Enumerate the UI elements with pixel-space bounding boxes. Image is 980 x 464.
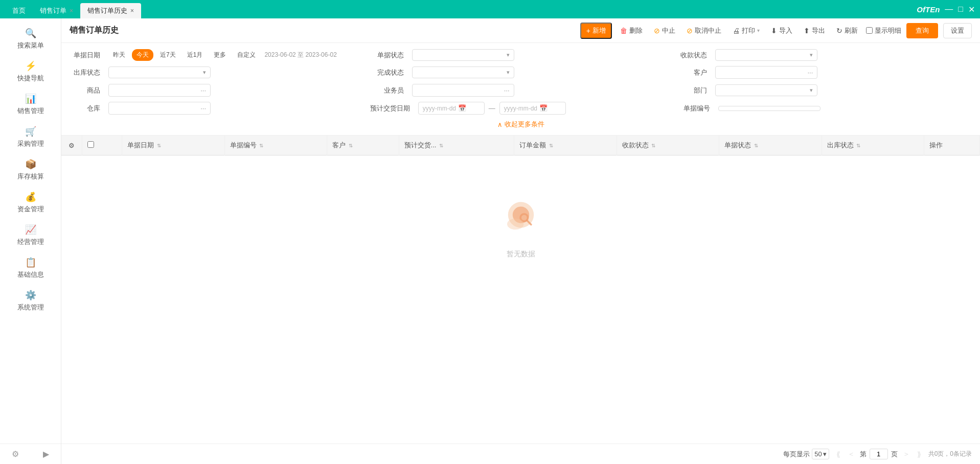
sidebar-item-search-menu[interactable]: 🔍 搜索菜单	[0, 23, 61, 55]
empty-icon	[498, 196, 544, 242]
sidebar-settings-icon[interactable]: ⚙	[12, 449, 19, 459]
date-label: 单据日期	[70, 51, 100, 60]
show-detail-label: 显示明细	[875, 26, 901, 35]
payment-status-select[interactable]: ▾	[715, 49, 817, 61]
table-footer: 每页显示 50 ▾ ⟪ ＜ 第 页 ＞ ⟫ 共0页，0条记录	[61, 444, 980, 464]
empty-text: 暂无数据	[507, 250, 535, 259]
sidebar-item-sales-mgmt[interactable]: 📊 销售管理	[0, 88, 61, 121]
delete-button[interactable]: 🗑 删除	[617, 24, 646, 37]
print-label: 打印	[742, 26, 755, 35]
date-btn-custom[interactable]: 自定义	[233, 49, 260, 61]
th-expected-date[interactable]: 预计交货... ⇅	[399, 136, 514, 156]
th-bill-no[interactable]: 单据编号 ⇅	[224, 136, 327, 156]
out-status-select[interactable]: ▾	[108, 67, 211, 78]
chevron-up-icon: ∧	[497, 121, 503, 128]
sort-payment-status-icon: ⇅	[651, 143, 655, 148]
salesperson-input[interactable]: ···	[412, 84, 514, 97]
set-button[interactable]: 设置	[943, 23, 972, 38]
dept-select[interactable]: ▾	[715, 84, 817, 96]
stop-icon: ⊘	[654, 27, 660, 35]
sidebar-item-label: 基础信息	[17, 270, 44, 279]
last-page-btn[interactable]: ⟫	[915, 449, 923, 459]
bill-no-input[interactable]	[718, 106, 821, 111]
pagination: ⟪ ＜ 第 页 ＞ ⟫	[834, 449, 923, 460]
cancel-stop-button[interactable]: ⊘ 取消中止	[683, 24, 724, 37]
tab-sales-order-close[interactable]: ×	[70, 8, 73, 14]
date-btn-last1m[interactable]: 近1月	[183, 49, 208, 61]
collapse-label: 收起更多条件	[505, 120, 544, 129]
first-page-btn[interactable]: ⟪	[834, 449, 842, 459]
th-customer[interactable]: 客户 ⇅	[327, 136, 399, 156]
sidebar-item-label: 经营管理	[17, 237, 44, 247]
sidebar-item-finance[interactable]: 💰 资金管理	[0, 186, 61, 219]
th-checkbox[interactable]	[82, 136, 122, 156]
tab-sales-order-history-close[interactable]: ×	[130, 8, 134, 14]
query-button[interactable]: 查询	[906, 23, 938, 38]
page-input[interactable]	[870, 449, 888, 459]
new-label: 新增	[592, 26, 606, 35]
complete-status-select[interactable]: ▾	[412, 67, 514, 78]
th-out-status[interactable]: 出库状态 ⇅	[822, 136, 924, 156]
date-control: 昨天 今天 近7天 近1月 更多 自定义 2023-06-02 至 2023-0…	[108, 49, 365, 61]
next-page-btn[interactable]: ＞	[901, 449, 912, 460]
sidebar-item-purchase-mgmt[interactable]: 🛒 采购管理	[0, 121, 61, 153]
prev-page-btn[interactable]: ＜	[846, 449, 857, 460]
th-gear[interactable]: ⚙	[61, 136, 82, 156]
show-detail-checkbox-label[interactable]: 显示明细	[866, 26, 901, 35]
warehouse-input[interactable]: ···	[108, 102, 211, 115]
date-btn-yesterday[interactable]: 昨天	[108, 49, 130, 61]
sidebar-item-basic-info[interactable]: 📋 基础信息	[0, 252, 61, 284]
sidebar-expand-icon[interactable]: ▶	[43, 449, 49, 459]
import-button[interactable]: ⬇ 导入	[768, 24, 795, 37]
date-btn-last7[interactable]: 近7天	[155, 49, 180, 61]
print-button[interactable]: 🖨 打印 ▾	[730, 24, 763, 37]
sidebar-item-system[interactable]: ⚙️ 系统管理	[0, 284, 61, 317]
min-btn[interactable]: —	[945, 5, 953, 14]
sidebar-item-operations[interactable]: 📈 经营管理	[0, 219, 61, 252]
tab-home[interactable]: 首页	[5, 3, 33, 18]
salesperson-label: 业务员	[373, 86, 404, 95]
th-operation: 操作	[924, 136, 980, 156]
show-detail-checkbox[interactable]	[866, 27, 873, 34]
sort-order-amount-icon: ⇅	[549, 143, 553, 148]
refresh-button[interactable]: ↻ 刷新	[833, 24, 861, 37]
th-payment-status[interactable]: 收款状态 ⇅	[617, 136, 719, 156]
stop-label: 中止	[662, 26, 675, 35]
stop-button[interactable]: ⊘ 中止	[651, 24, 678, 37]
date-from-placeholder: yyyy-mm-dd	[423, 105, 456, 112]
customer-label: 客户	[676, 68, 707, 77]
th-bill-date[interactable]: 单据日期 ⇅	[122, 136, 225, 156]
bill-no-control	[718, 106, 972, 111]
goods-input[interactable]: ···	[108, 84, 211, 97]
bill-status-select[interactable]: ▾	[412, 49, 514, 61]
select-all-checkbox[interactable]	[87, 141, 94, 148]
tab-sales-order[interactable]: 销售订单 ×	[33, 3, 80, 18]
max-btn[interactable]: □	[958, 5, 963, 14]
import-icon: ⬇	[771, 27, 777, 35]
date-btn-today[interactable]: 今天	[132, 49, 153, 61]
cancel-label: 取消中止	[695, 26, 721, 35]
sidebar-item-inventory[interactable]: 📦 库存核算	[0, 153, 61, 186]
collapse-bar[interactable]: ∧ 收起更多条件	[70, 120, 972, 129]
payment-status-arrow: ▾	[810, 52, 813, 58]
new-button[interactable]: + 新增	[580, 23, 612, 39]
per-page-box[interactable]: 50 ▾	[812, 449, 829, 459]
bill-status-label: 单据状态	[373, 51, 404, 60]
warehouse-control: ···	[108, 102, 362, 115]
th-out-status-label: 出库状态	[827, 141, 854, 149]
export-button[interactable]: ⬆ 导出	[801, 24, 828, 37]
total-info: 共0页，0条记录	[928, 450, 972, 458]
customer-input[interactable]: ···	[715, 66, 817, 79]
date-separator: —	[489, 104, 495, 112]
date-from-cal-icon[interactable]: 📅	[458, 104, 466, 112]
tab-sales-order-history[interactable]: 销售订单历史 ×	[80, 3, 141, 18]
date-to-cal-icon[interactable]: 📅	[539, 104, 548, 112]
dept-arrow: ▾	[810, 87, 813, 94]
th-bill-status[interactable]: 单据状态 ⇅	[719, 136, 822, 156]
date-btn-more[interactable]: 更多	[209, 49, 231, 61]
page-label: 第	[860, 450, 867, 459]
th-order-amount[interactable]: 订单金额 ⇅	[514, 136, 617, 156]
sidebar-item-label: 搜索菜单	[17, 41, 44, 50]
close-btn[interactable]: ✕	[968, 5, 975, 14]
sidebar-item-quick-nav[interactable]: ⚡ 快捷导航	[0, 55, 61, 88]
